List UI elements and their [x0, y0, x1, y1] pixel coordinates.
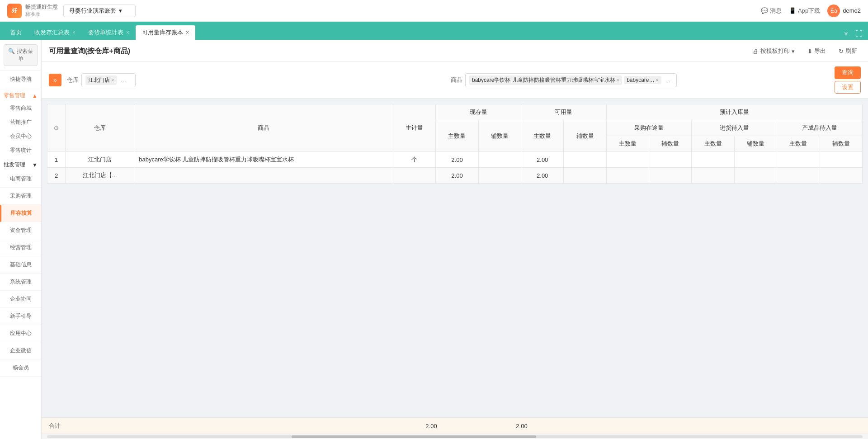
sidebar: 🔍 搜索菜单 快捷导航 零售管理 ▲ 零售商城 营销推广 会员中心 零售统计 批… — [0, 40, 42, 439]
th-product: 商品 — [134, 104, 393, 152]
row-product-main-2 — [777, 168, 820, 184]
product-filter-group: 商品 babycare学饮杯 儿童防摔防撞吸管杯重力球吸嘴杯宝宝水杯 × bab… — [451, 73, 829, 87]
close-icon[interactable]: × — [186, 29, 189, 36]
warehouse-input[interactable]: 江北门店 × … — [81, 73, 136, 87]
sidebar-item-basics[interactable]: 基础信息 — [0, 256, 41, 274]
product-tag1-close[interactable]: × — [617, 77, 619, 83]
row-avail-main-2: 2.00 — [521, 168, 564, 184]
row-unit-1: 个 — [393, 152, 435, 168]
product-label: 商品 — [451, 76, 462, 84]
product-more[interactable]: … — [663, 77, 673, 84]
page-title: 可用量查询(按仓库+商品) — [49, 47, 130, 56]
th-settings[interactable]: ⚙ — [47, 104, 66, 152]
close-icon[interactable]: × — [126, 29, 129, 36]
query-button[interactable]: 查询 — [835, 66, 861, 79]
footer-avail-aux — [544, 423, 590, 430]
export-icon: ⬇ — [807, 48, 812, 55]
footer-spacer-product — [196, 423, 373, 430]
sidebar-item-purchase[interactable]: 采购管理 — [0, 188, 41, 205]
sidebar-item-member[interactable]: 畅会员 — [0, 359, 41, 377]
sidebar-item-ecommerce[interactable]: 电商管理 — [0, 170, 41, 188]
export-btn[interactable]: ⬇ 导出 — [804, 45, 830, 57]
row-product-aux-2 — [820, 168, 862, 184]
user-area[interactable]: Ea demo2 — [827, 5, 861, 17]
warehouse-tag-close[interactable]: × — [111, 77, 114, 83]
message-btn[interactable]: 💬 消息 — [761, 7, 782, 15]
th-planned-in: 预计入库量 — [606, 104, 862, 120]
product-input[interactable]: babycare学饮杯 儿童防摔防撞吸管杯重力球吸嘴杯宝宝水杯 × babyca… — [465, 73, 677, 87]
th-purchase-transit: 采购在途量 — [606, 120, 692, 136]
print-chevron-icon: ▾ — [792, 48, 795, 55]
tab-receipts[interactable]: 收发存汇总表 × — [28, 25, 82, 40]
row-product-main-1 — [777, 152, 820, 168]
filter-toggle-btn[interactable]: » — [49, 74, 61, 86]
row-purchase-aux-1 — [649, 152, 692, 168]
footer-label: 合计 — [49, 422, 85, 430]
row-avail-main-1: 2.00 — [521, 152, 564, 168]
page-header: 可用量查询(按仓库+商品) 🖨 按模板打印 ▾ ⬇ 导出 ↻ 刷新 — [42, 40, 868, 62]
settings-button[interactable]: 设置 — [835, 81, 861, 94]
warehouse-more[interactable]: … — [118, 77, 128, 84]
th-warehouse: 仓库 — [66, 104, 134, 152]
top-bar-left: 好 畅捷通好生意 标准版 母婴行业演示账套 ▾ — [7, 4, 136, 18]
close-icon[interactable]: × — [72, 29, 75, 36]
tab-home[interactable]: 首页 — [4, 25, 28, 40]
th-product-main: 主数量 — [777, 136, 820, 152]
row-stock-main-2: 2.00 — [436, 168, 478, 184]
row-product-2 — [134, 168, 393, 184]
tab-bar: 首页 收发存汇总表 × 要货单统计表 × 可用量库存账本 × × ⛶ — [0, 22, 868, 40]
row-inbound-main-1 — [692, 152, 734, 168]
refresh-icon: ↻ — [839, 48, 844, 55]
row-num-2: 2 — [47, 168, 66, 184]
product-tag2-close[interactable]: × — [656, 77, 659, 83]
sidebar-item-appstore[interactable]: 应用中心 — [0, 325, 41, 342]
filter-area: » 仓库 江北门店 × … 商品 babycare学饮杯 儿童防摔防撞吸管杯重力… — [42, 62, 868, 99]
scrollbar-thumb[interactable] — [292, 435, 536, 438]
th-avail-aux: 辅数量 — [564, 120, 606, 152]
refresh-btn[interactable]: ↻ 刷新 — [835, 45, 861, 57]
th-stock-main: 主数量 — [436, 120, 478, 152]
sidebar-item-system[interactable]: 系统管理 — [0, 274, 41, 291]
print-btn[interactable]: 🖨 按模板打印 ▾ — [749, 45, 798, 57]
sidebar-item-guide[interactable]: 新手引导 — [0, 308, 41, 325]
table-row: 2 江北门店【... 2.00 2.00 — [47, 168, 863, 184]
th-inbound-pending: 进货待入量 — [692, 120, 777, 136]
sidebar-item-wechat[interactable]: 企业微信 — [0, 342, 41, 359]
home-tab-label: 首页 — [10, 28, 22, 37]
th-purchase-aux: 辅数量 — [649, 136, 692, 152]
sidebar-item-inventory[interactable]: 库存核算 — [0, 205, 41, 222]
close-all-icon[interactable]: × — [842, 28, 850, 40]
top-bar-right: 💬 消息 📱 App下载 Ea demo2 — [761, 5, 861, 17]
settings-icon[interactable]: ⚙ — [53, 124, 59, 132]
table-footer: 合计 2.00 2.00 — [42, 417, 868, 434]
sidebar-item-retail-mall[interactable]: 零售商城 — [0, 101, 41, 115]
th-avail-main: 主数量 — [521, 120, 564, 152]
data-table: ⚙ 仓库 商品 主计量 现存量 可用量 预计入库量 主数量 辅数量 主数量 辅数… — [47, 104, 863, 184]
tab-orders[interactable]: 要货单统计表 × — [82, 25, 136, 40]
sidebar-item-marketing[interactable]: 营销推广 — [0, 115, 41, 129]
sidebar-section-retail[interactable]: 零售管理 ▲ — [0, 88, 41, 101]
sidebar-item-enterprise[interactable]: 企业协同 — [0, 291, 41, 308]
tab-inventory[interactable]: 可用量库存账本 × — [136, 25, 195, 40]
row-stock-aux-1 — [478, 152, 521, 168]
sidebar-item-finance[interactable]: 资金管理 — [0, 222, 41, 239]
sidebar-item-members[interactable]: 会员中心 — [0, 129, 41, 143]
footer-stock-aux — [454, 423, 499, 430]
row-unit-2 — [393, 168, 435, 184]
scrollbar-track[interactable] — [47, 435, 863, 438]
expand-icon[interactable]: ⛶ — [854, 28, 864, 40]
sidebar-item-operations[interactable]: 经营管理 — [0, 239, 41, 256]
product-tag-1: babycare学饮杯 儿童防摔防撞吸管杯重力球吸嘴杯宝宝水杯 × — [469, 76, 622, 85]
scrollbar-area[interactable] — [42, 434, 868, 439]
row-warehouse-2: 江北门店【... — [66, 168, 134, 184]
sidebar-item-retail-stats[interactable]: 零售统计 — [0, 143, 41, 157]
row-stock-aux-2 — [478, 168, 521, 184]
logo-icon: 好 — [7, 4, 22, 18]
row-inbound-aux-1 — [734, 152, 777, 168]
search-menu-btn[interactable]: 🔍 搜索菜单 — [4, 44, 38, 66]
sidebar-item-quicknav[interactable]: 快捷导航 — [0, 71, 41, 88]
sidebar-section-wholesale[interactable]: 批发管理 ▼ — [0, 157, 41, 170]
account-selector[interactable]: 母婴行业演示账套 ▾ — [63, 5, 136, 17]
app-download-btn[interactable]: 📱 App下载 — [789, 7, 820, 15]
footer-inbound-aux — [725, 423, 770, 430]
